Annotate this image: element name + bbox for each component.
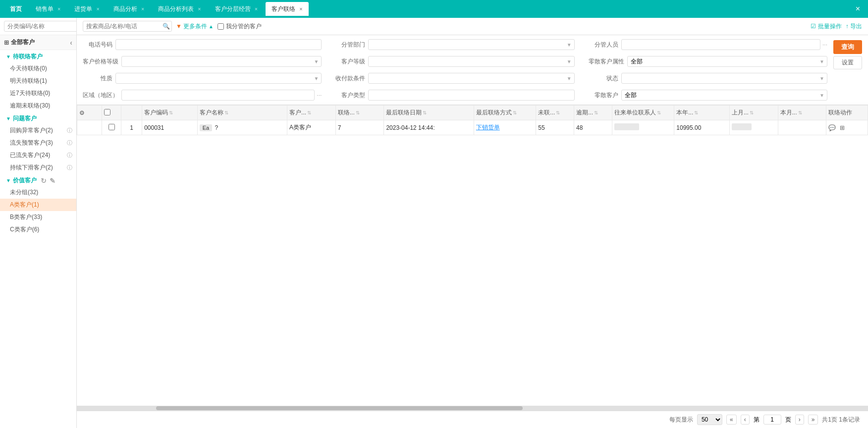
sidebar-group-problem[interactable]: ▼ 问题客户 <box>0 112 76 124</box>
tab-product-analysis-close[interactable]: × <box>141 6 144 12</box>
sidebar-search-input[interactable] <box>4 21 77 32</box>
tab-product-list-close[interactable]: × <box>198 6 201 12</box>
prev-page-button[interactable]: ‹ <box>741 415 750 425</box>
sort-icon-ctype[interactable]: ⇅ <box>307 110 311 115</box>
edit-icon[interactable]: ✎ <box>50 177 55 185</box>
window-close[interactable]: × <box>852 2 864 15</box>
col-settings[interactable]: ⚙ <box>77 106 102 120</box>
tab-product-analysis[interactable]: 商品分析 × <box>108 2 150 16</box>
sort-icon-lastmonth[interactable]: ⇅ <box>750 110 754 115</box>
tab-customer-tier-close[interactable]: × <box>255 6 258 12</box>
sort-icon-lastdate[interactable]: ⇅ <box>423 110 427 115</box>
sidebar-item-churn-warn[interactable]: 流失预警客户(3) ⓘ <box>0 137 76 149</box>
row-lastway[interactable]: 下销货单 <box>474 120 536 135</box>
col-uncontact[interactable]: 未联... ⇅ <box>536 106 574 120</box>
sidebar-item-overdue[interactable]: 逾期未联络(30) <box>0 100 76 112</box>
col-thisyear[interactable]: 本年... ⇅ <box>674 106 730 120</box>
my-customer-checkbox[interactable] <box>217 23 224 30</box>
sort-icon-uncontact[interactable]: ⇅ <box>556 110 560 115</box>
sort-icon-name[interactable]: ⇅ <box>224 110 228 115</box>
tab-purchase-close[interactable]: × <box>96 6 99 12</box>
tab-purchase[interactable]: 进货单 × <box>68 2 105 16</box>
help-icon-4[interactable]: ⓘ <box>67 164 72 171</box>
sort-icon-thisyear[interactable]: ⇅ <box>694 110 698 115</box>
horizontal-scrollbar[interactable] <box>77 406 868 411</box>
col-thismonth[interactable]: 本月... ⇅ <box>778 106 826 120</box>
customer-grade-select[interactable] <box>368 56 574 67</box>
col-lastmonth[interactable]: 上月... ⇅ <box>729 106 778 120</box>
more-filter-button[interactable]: ▼ 更多条件 ▲ <box>176 22 214 31</box>
sidebar-item-b-class[interactable]: B类客户(33) <box>0 211 76 223</box>
col-name[interactable]: 客户名称 ⇅ <box>197 106 287 120</box>
sidebar-item-ungrouped[interactable]: 未分组(32) <box>0 186 76 199</box>
nature-select[interactable] <box>115 73 322 84</box>
price-grade-select[interactable] <box>121 56 322 67</box>
last-page-button[interactable]: » <box>808 415 818 425</box>
collapse-icon[interactable]: ‹ <box>70 39 72 47</box>
dept-select[interactable] <box>368 39 574 50</box>
sort-icon-lastway[interactable]: ⇅ <box>513 110 517 115</box>
manager-input[interactable] <box>621 39 820 50</box>
help-icon-2[interactable]: ⓘ <box>67 139 72 147</box>
payment-select[interactable] <box>368 73 574 84</box>
action-chat-icon[interactable]: 💬 <box>828 124 836 131</box>
phone-input[interactable] <box>115 39 322 50</box>
action-grid-icon[interactable]: ⊞ <box>840 124 845 131</box>
row-name[interactable]: Ea ? <box>197 120 287 135</box>
retail-attr-select[interactable]: 全部 <box>627 56 827 67</box>
select-all-checkbox[interactable] <box>104 109 110 115</box>
settings-button[interactable]: 设置 <box>833 56 862 69</box>
sort-icon-code[interactable]: ⇅ <box>169 110 173 115</box>
col-check[interactable] <box>102 106 121 120</box>
sidebar-item-7days[interactable]: 近7天待联络(0) <box>0 87 76 100</box>
row-checkbox[interactable] <box>108 124 115 130</box>
sidebar-item-today[interactable]: 今天待联络(0) <box>0 62 76 75</box>
sidebar-item-tomorrow[interactable]: 明天待联络(1) <box>0 75 76 87</box>
col-contact[interactable]: 联络... ⇅ <box>335 106 384 120</box>
sidebar-item-a-class[interactable]: A类客户(1) <box>0 199 76 211</box>
main-search-icon[interactable]: 🔍 <box>163 23 170 30</box>
tab-home[interactable]: 首页 <box>4 2 28 16</box>
sidebar-item-repurchase[interactable]: 回购异常客户(2) ⓘ <box>0 124 76 137</box>
tab-customer-contact-close[interactable]: × <box>299 6 302 12</box>
row-check[interactable] <box>102 120 121 135</box>
sort-icon-contact[interactable]: ⇅ <box>356 110 360 115</box>
col-lastdate[interactable]: 最后联络日期 ⇅ <box>384 106 474 120</box>
manager-dots[interactable]: ··· <box>822 41 827 48</box>
batch-button[interactable]: ☑ 批量操作 <box>811 22 841 31</box>
page-number-input[interactable] <box>763 415 781 425</box>
sidebar-group-pending[interactable]: ▼ 待联络客户 <box>0 50 76 62</box>
sidebar-all-customers[interactable]: ⊞ 全部客户 ‹ <box>0 35 76 50</box>
col-lastway[interactable]: 最后联络方式 ⇅ <box>474 106 536 120</box>
lastway-link[interactable]: 下销货单 <box>476 124 500 131</box>
col-code[interactable]: 客户编码 ⇅ <box>142 106 198 120</box>
scroll-thumb[interactable] <box>156 406 523 410</box>
cust-type-input[interactable] <box>368 90 574 101</box>
next-page-button[interactable]: › <box>795 415 804 425</box>
region-input[interactable] <box>121 90 315 101</box>
help-icon-1[interactable]: ⓘ <box>67 127 72 134</box>
region-dots[interactable]: ··· <box>317 92 322 99</box>
tab-sales[interactable]: 销售单 × <box>30 2 66 16</box>
col-overdue[interactable]: 逾期... ⇅ <box>574 106 612 120</box>
sidebar-item-churned[interactable]: 已流失客户(24) ⓘ <box>0 149 76 161</box>
main-search-input[interactable] <box>86 23 161 30</box>
sidebar-item-declining[interactable]: 持续下滑客户(2) ⓘ <box>0 161 76 174</box>
tab-customer-tier[interactable]: 客户分层经营 × <box>209 2 264 16</box>
retail-select[interactable]: 全部 <box>621 90 827 101</box>
my-customer-checkbox-label[interactable]: 我分管的客户 <box>217 22 262 31</box>
tab-sales-close[interactable]: × <box>57 6 60 12</box>
tab-customer-contact[interactable]: 客户联络 × <box>266 2 308 16</box>
export-button[interactable]: ↑ 导出 <box>846 22 862 31</box>
tab-product-list[interactable]: 商品分析列表 × <box>152 2 207 16</box>
help-icon-3[interactable]: ⓘ <box>67 152 72 159</box>
sort-icon-thismonth[interactable]: ⇅ <box>798 110 802 115</box>
sort-icon-unitcontact[interactable]: ⇅ <box>657 110 661 115</box>
status-select[interactable] <box>621 73 827 84</box>
sidebar-item-c-class[interactable]: C类客户(6) <box>0 223 76 236</box>
page-size-select[interactable]: 50 100 200 <box>697 414 722 425</box>
sort-icon-overdue[interactable]: ⇅ <box>594 110 598 115</box>
col-unitcontact[interactable]: 往来单位联系人 ⇅ <box>612 106 674 120</box>
col-ctype[interactable]: 客户... ⇅ <box>287 106 336 120</box>
refresh-icon[interactable]: ↻ <box>41 177 47 185</box>
